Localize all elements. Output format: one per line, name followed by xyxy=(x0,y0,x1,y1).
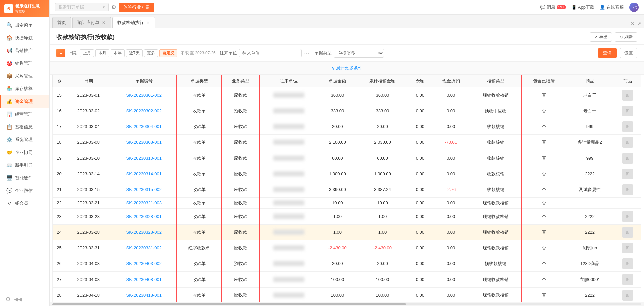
col-bill-no[interactable]: 单据编号 xyxy=(111,75,177,87)
table-row: 192023-03-10SK-20230310-001收款单应收款███████… xyxy=(53,150,641,166)
export-button[interactable]: ↗ 导出 xyxy=(590,32,612,42)
refresh-button[interactable]: ↻ 刷新 xyxy=(615,32,637,42)
tab-prepay-close-icon[interactable]: ✕ xyxy=(101,17,106,29)
col-cash-discount[interactable]: 现金折扣 xyxy=(432,75,470,87)
tab-prepay[interactable]: 预计应付单 ✕ xyxy=(72,17,111,28)
bill-no-link[interactable]: SK-20230328-002 xyxy=(126,230,162,235)
cell-writeoff-amount: 333.00 xyxy=(357,103,408,119)
cell-balance: 0.00 xyxy=(408,287,432,302)
sidebar-item-search-menu[interactable]: 🔍 搜索菜单 xyxy=(0,19,49,32)
cell-partner: ██████████ xyxy=(260,134,318,150)
col-biz-type[interactable]: 业务类型 xyxy=(221,75,259,87)
bill-no-link[interactable]: SK-20230308-001 xyxy=(126,140,162,145)
table-row: 222023-03-21SK-20230321-003收款单应收款███████… xyxy=(53,197,641,208)
solution-button[interactable]: 体验行业方案 xyxy=(119,3,154,12)
bill-no-link[interactable]: SK-20230315-002 xyxy=(126,187,162,192)
breadcrumb-input[interactable]: 搜索/打开单据 ▾ xyxy=(55,3,109,11)
bill-no-link[interactable]: SK-20230328-001 xyxy=(126,214,162,219)
bill-no-link[interactable]: SK-20230418-001 xyxy=(126,293,162,298)
cell-bill-no: SK-20230408-001 xyxy=(111,271,177,287)
sidebar-item-sales[interactable]: 🎯 销售管理 xyxy=(0,57,49,70)
this-month-btn[interactable]: 本月 xyxy=(95,49,109,57)
cell-biz-type: 应收款 xyxy=(221,271,259,287)
tab-close-all-icon[interactable]: ✕ xyxy=(631,21,635,26)
bill-no-link[interactable]: SK-20230321-003 xyxy=(126,200,162,205)
cell-writeoff-amount: 360.00 xyxy=(357,87,408,103)
bill-no-link[interactable]: SK-20230408-001 xyxy=(126,277,162,282)
col-balance[interactable]: 余额 xyxy=(408,75,432,87)
cell-date: 2023-03-08 xyxy=(66,134,111,150)
sidebar-item-inventory[interactable]: 🏪 库存核算 xyxy=(0,82,49,95)
sidebar-item-enterprise[interactable]: 🤝 企业协同 xyxy=(0,146,49,159)
last-7-days-btn[interactable]: 近7天 xyxy=(126,49,143,57)
bill-no-link[interactable]: SK-20230403-002 xyxy=(126,261,162,266)
settings-gear-icon[interactable]: ⚙ xyxy=(5,295,11,303)
col-goods-img[interactable]: 商品 xyxy=(614,75,641,87)
sidebar-item-quick-nav[interactable]: 🏠 快捷导航 xyxy=(0,32,49,44)
col-goods[interactable]: 商品 xyxy=(566,75,614,87)
col-writeoff-amount[interactable]: 累计核销金额 xyxy=(357,75,408,87)
sidebar-item-basics[interactable]: 📋 基础信息 xyxy=(0,121,49,133)
bill-no-link[interactable]: SK-20230301-002 xyxy=(126,93,162,98)
partner-input[interactable] xyxy=(239,49,302,57)
col-gear[interactable]: ⚙ xyxy=(53,75,66,87)
sidebar-item-guide[interactable]: 📖 新手引导 xyxy=(0,159,49,172)
user-avatar[interactable]: Rit xyxy=(629,3,639,12)
this-year-btn[interactable]: 本年 xyxy=(111,49,125,57)
bill-no-link[interactable]: SK-20230304-001 xyxy=(126,124,162,129)
sidebar-item-operations[interactable]: 📊 经营管理 xyxy=(0,108,49,121)
topbar-gear-icon[interactable]: ⚙ xyxy=(111,4,116,10)
bill-no-link[interactable]: SK-20230331-002 xyxy=(126,245,162,250)
tab-expand-icon[interactable]: ⤢ xyxy=(637,21,641,26)
filter-toggle-button[interactable]: » xyxy=(56,49,65,57)
bill-type-select[interactable]: 单据类型 xyxy=(334,49,384,58)
messages-badge: 99+ xyxy=(557,5,566,9)
col-writeoff-type[interactable]: 核销类型 xyxy=(470,75,521,87)
cell-goods-img: 图 xyxy=(614,166,641,182)
sidebar-item-marketing[interactable]: 📢 营销推广 xyxy=(0,44,49,57)
cell-goods: 多计量商品2 xyxy=(566,134,614,150)
cell-writeoff-type: 现销收款核销 xyxy=(470,87,521,103)
cell-date: 2023-03-04 xyxy=(66,119,111,134)
sidebar-collapse-icon[interactable]: ◀◀ xyxy=(14,296,22,302)
bill-no-link[interactable]: SK-20230314-001 xyxy=(126,171,162,176)
col-bill-type[interactable]: 单据类型 xyxy=(177,75,221,87)
sidebar-item-finance[interactable]: 💰 资金管理 xyxy=(0,95,49,108)
expand-more-button[interactable]: ∨ 展开更多条件 xyxy=(330,63,364,73)
tab-receipt-writeoff[interactable]: 收款核销执行 ✕ xyxy=(112,17,155,28)
sidebar-item-purchase[interactable]: 📦 采购管理 xyxy=(0,70,49,82)
cell-num: 18 xyxy=(53,134,66,150)
cell-writeoff-type: 现销收款核销 xyxy=(470,240,521,256)
app-download-button[interactable]: 📱 App下载 xyxy=(571,4,594,10)
cell-num: 15 xyxy=(53,87,66,103)
tab-home[interactable]: 首页 xyxy=(52,17,71,28)
table-row: 262023-04-03SK-20230403-002收款单预收款███████… xyxy=(53,256,641,271)
col-date[interactable]: 日期 xyxy=(66,75,111,87)
settings-button[interactable]: 设置 xyxy=(620,48,637,58)
sidebar-item-member[interactable]: V 畅会员 xyxy=(0,197,49,210)
col-partner[interactable]: 往来单位 xyxy=(260,75,318,87)
bill-no-link[interactable]: SK-20230310-001 xyxy=(126,156,162,161)
last-month-btn[interactable]: 上月 xyxy=(80,49,94,57)
online-service-button[interactable]: 👤 在线客服 xyxy=(600,4,624,10)
cell-num: 28 xyxy=(53,287,66,302)
cell-date: 2023-03-14 xyxy=(66,166,111,182)
custom-date-btn[interactable]: 自定义 xyxy=(159,49,177,57)
query-button[interactable]: 查询 xyxy=(598,48,617,58)
table-row: 182023-03-08SK-20230308-001收款单应收款███████… xyxy=(53,134,641,150)
messages-button[interactable]: 💬 消息 99+ xyxy=(540,4,566,10)
tab-receipt-writeoff-close-icon[interactable]: ✕ xyxy=(146,17,150,29)
cell-bill-no: SK-20230304-001 xyxy=(111,119,177,134)
bill-no-link[interactable]: SK-20230302-002 xyxy=(126,108,162,113)
col-include-settled[interactable]: 包含已结清 xyxy=(521,75,566,87)
col-amount[interactable]: 单据金额 xyxy=(318,75,357,87)
cell-goods: 999 xyxy=(566,150,614,166)
sidebar-item-hardware[interactable]: 🖥️ 智能硬件 xyxy=(0,172,49,184)
sidebar-item-system[interactable]: ⚙️ 系统管理 xyxy=(0,133,49,146)
cell-amount: 100.00 xyxy=(318,271,357,287)
more-date-btn[interactable]: 更多 xyxy=(144,49,158,57)
sidebar-item-wechat[interactable]: 💬 企业微信 xyxy=(0,184,49,197)
inventory-icon: 🏪 xyxy=(6,86,12,92)
cell-cash-discount: 0.00 xyxy=(432,256,470,271)
cell-amount: 360.00 xyxy=(318,87,357,103)
